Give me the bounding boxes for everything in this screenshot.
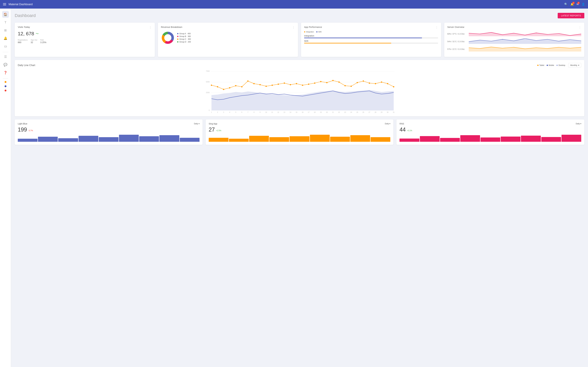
app-perf-menu[interactable]: ⋮	[435, 26, 438, 29]
cards-grid: Visits Today ⋮ 12, 678 〜 Registrations 8…	[15, 23, 584, 57]
perf-dot	[304, 31, 305, 33]
x-label: 11	[271, 111, 273, 113]
sidebar-dot-orange[interactable]	[5, 81, 6, 83]
monthly-dropdown[interactable]: Monthly ▾	[568, 63, 581, 67]
server-title: Server Overview	[447, 26, 464, 28]
x-label: 21	[332, 111, 334, 113]
app-perf-card: App Performance ⋮ Integration SDK Integr…	[301, 23, 441, 57]
search-button[interactable]: 🔍	[564, 3, 568, 6]
svg-text:2500: 2500	[206, 92, 210, 93]
visits-title: Visits Today	[18, 26, 30, 28]
bottom-bar-4	[99, 137, 119, 142]
server-label: 57% / 21°C / 3.3 Ghz	[447, 48, 467, 50]
bottom-bar-1	[38, 137, 58, 142]
daily-chart-card: Daily Line Chart Tablet Mobile Desktop M…	[15, 60, 584, 116]
x-label: 31	[393, 111, 395, 113]
bottom-bar-0	[18, 139, 37, 142]
chart-legend-item: Mobile	[547, 64, 554, 66]
bottom-value: 199	[18, 126, 27, 133]
tablet-dot	[375, 83, 376, 84]
bottom-change: -3.7%	[28, 130, 33, 132]
sidebar-item-chat[interactable]: 💬	[2, 61, 9, 68]
bottom-cards: Light Blue Daily ▾ 199 -3.7% Sing App Da…	[15, 119, 584, 145]
signout-value: 32	[31, 41, 37, 44]
sidebar-item-bell[interactable]: 🔔	[2, 35, 9, 42]
bottom-bar-7	[350, 135, 370, 142]
legend-dot	[177, 36, 178, 37]
bottom-value: 44	[399, 126, 406, 133]
tablet-dot	[302, 84, 303, 86]
sidebar-dot-red[interactable]	[5, 90, 6, 92]
tablet-dot	[229, 87, 230, 88]
tablet-dot	[326, 82, 328, 83]
bottom-card-header: Sing App Daily ▾	[209, 123, 390, 125]
server-sparkline	[469, 31, 581, 37]
bottom-card-title: Light Blue	[18, 123, 27, 125]
bottom-change: +2.5%	[216, 130, 221, 132]
stat-rate: Rate 3.25%	[40, 39, 46, 44]
sidebar-item-layers[interactable]: 🗂	[2, 43, 9, 50]
bottom-bar-3	[78, 136, 98, 142]
tablet-dot	[223, 89, 224, 90]
legend-item: Group C 300	[177, 38, 191, 40]
bottom-card-dropdown[interactable]: Daily ▾	[194, 123, 199, 125]
bottom-card: Sing App Daily ▾ 27 +2.5%	[206, 119, 394, 145]
chart-header: Daily Line Chart Tablet Mobile Desktop M…	[18, 63, 581, 67]
revenue-menu[interactable]: ⋮	[292, 26, 295, 29]
x-label: 16	[302, 111, 303, 113]
x-label: 30	[387, 111, 389, 113]
tablet-dot	[332, 80, 334, 81]
bottom-bar-7	[541, 137, 561, 142]
bottom-bar-4	[290, 136, 309, 142]
sidebar-item-home[interactable]: 🏠	[2, 11, 9, 18]
bottom-card-dropdown[interactable]: Daily ▾	[576, 123, 581, 125]
bottom-card-dropdown[interactable]: Daily ▾	[385, 123, 390, 125]
bottom-bar-7	[159, 135, 179, 142]
sidebar-item-list[interactable]: ☰	[2, 53, 9, 60]
perf-legend-label: SDK	[318, 31, 322, 33]
revenue-card-header: Revenue Breakdown ⋮	[161, 26, 295, 29]
bottom-bars	[18, 134, 199, 142]
hamburger-menu[interactable]	[3, 3, 6, 5]
account-button[interactable]: 👤	[582, 3, 585, 6]
server-header: Server Overview ⋮	[447, 26, 581, 29]
sidebar-dot-blue[interactable]	[5, 85, 6, 87]
legend-label: Group C	[179, 38, 186, 40]
mail-badge: 4	[577, 2, 580, 4]
server-menu[interactable]: ⋮	[579, 26, 581, 29]
perf-bar-row: SDK	[304, 40, 438, 43]
bottom-bar-3	[460, 135, 480, 142]
tablet-dot	[351, 86, 352, 87]
chart-legend-dot	[556, 65, 558, 66]
x-label: 17	[308, 111, 310, 113]
bottom-card: Light Blue Daily ▾ 199 -3.7%	[15, 119, 203, 145]
sidebar-item-text[interactable]: T	[2, 19, 9, 26]
sidebar-item-grid[interactable]: ⊞	[2, 27, 9, 34]
server-rows: 60% / 37°C / 3.3 Ghz 54% / 31°C / 3.3 Gh…	[447, 31, 581, 52]
tablet-dot	[241, 86, 242, 87]
mail-button[interactable]: ✉ 4	[577, 3, 579, 6]
server-card: Server Overview ⋮ 60% / 37°C / 3.3 Ghz 5…	[444, 23, 584, 57]
dropdown-chevron: ▾	[578, 64, 579, 66]
bottom-card-header: RNS Daily ▾	[399, 123, 581, 125]
app-perf-header: App Performance ⋮	[304, 26, 438, 29]
server-row: 57% / 21°C / 3.3 Ghz	[447, 46, 581, 52]
notifications-button[interactable]: 🔔 1	[571, 3, 574, 6]
sidebar-item-help[interactable]: ❓	[2, 69, 9, 76]
legend-dot	[177, 33, 178, 34]
bottom-value-row: 44 +3.1%	[399, 126, 581, 133]
visits-card-header: Visits Today ⋮	[18, 26, 152, 29]
visits-value-row: 12, 678 〜	[18, 31, 152, 37]
x-label: 29	[381, 111, 382, 113]
x-label: 28	[374, 111, 376, 113]
x-label: 5	[235, 111, 236, 113]
bottom-bar-6	[330, 137, 350, 142]
bottom-bar-0	[209, 138, 228, 142]
x-label: 26	[363, 111, 364, 113]
tablet-dot	[296, 83, 297, 84]
registrations-label: Registrations	[18, 39, 27, 41]
bottom-bar-2	[249, 136, 269, 142]
visits-menu[interactable]: ⋮	[149, 26, 152, 29]
latest-reports-button[interactable]: Latest Reports	[558, 13, 584, 18]
x-label: 14	[290, 111, 291, 113]
